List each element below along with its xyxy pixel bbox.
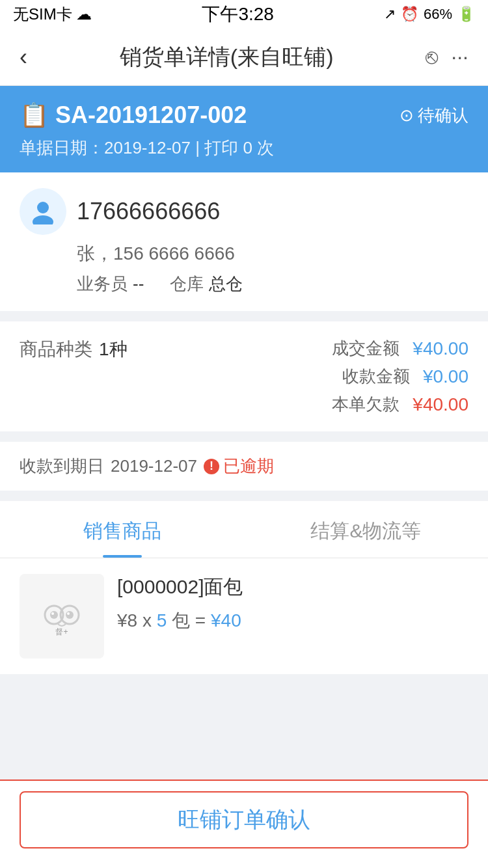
more-icon[interactable]: ··· [451, 45, 468, 69]
due-date: 2019-12-07 [111, 456, 197, 476]
due-date-section: 收款到期日 2019-12-07 ! 已逾期 [0, 442, 488, 491]
svg-text:督+: 督+ [55, 627, 68, 636]
price-multiply: x [142, 610, 157, 631]
svg-point-6 [51, 612, 54, 615]
tab-settlement[interactable]: 结算&物流等 [244, 501, 488, 558]
back-button[interactable]: ‹ [20, 44, 27, 71]
order-date: 单据日期：2019-12-07 | 打印 0 次 [20, 137, 468, 159]
status-right: ↗ ⏰ 66% 🔋 [384, 6, 475, 23]
overdue-badge: ! 已逾期 [204, 455, 274, 478]
owed-value: ¥40.00 [413, 394, 468, 415]
product-type-value: 1种 [99, 337, 128, 362]
quantity: 5 [157, 610, 167, 631]
unit: 包 [172, 610, 190, 631]
status-time: 下午3:28 [202, 2, 274, 27]
order-status: ⊙ 待确认 [400, 104, 468, 127]
battery-status: 66% [424, 6, 452, 23]
alarm-icon: ⏰ [401, 6, 418, 23]
page-title: 销货单详情(来自旺铺) [120, 42, 334, 72]
avatar [20, 188, 66, 235]
product-thumbnail: 督+ [20, 574, 104, 658]
received-value: ¥0.00 [423, 366, 468, 387]
svg-point-7 [67, 612, 70, 615]
nav-actions: ⎋ ··· [426, 45, 468, 69]
confirm-button-wrapper: 旺铺订单确认 [0, 780, 488, 868]
salesperson-value: -- [133, 274, 144, 294]
svg-point-5 [66, 611, 74, 619]
order-header: 📋 SA-20191207-002 ⊙ 待确认 单据日期：2019-12-07 … [0, 86, 488, 172]
order-icon: 📋 [20, 102, 49, 129]
product-name: [0000002]面包 [117, 574, 468, 601]
amounts: 成交金额 ¥40.00 收款金额 ¥0.00 本单欠款 ¥40.00 [332, 337, 468, 416]
customer-section: 17666666666 张，156 6666 6666 业务员 -- 仓库 总仓 [0, 172, 488, 311]
amount-value: ¥40.00 [413, 338, 468, 359]
tabs-bar: 销售商品 结算&物流等 [0, 501, 488, 558]
product-price: ¥8 x 5 包 = ¥40 [117, 608, 468, 633]
svg-point-1 [33, 215, 53, 224]
owed-label: 本单欠款 [332, 393, 400, 416]
warehouse-value: 总仓 [209, 273, 243, 295]
warehouse-label: 仓库 [170, 273, 204, 295]
product-type-label: 商品种类 [20, 337, 92, 362]
overdue-dot-icon: ! [204, 459, 219, 474]
clock-icon: ⊙ [400, 105, 414, 126]
nav-bar: ‹ 销货单详情(来自旺铺) ⎋ ··· [0, 29, 488, 86]
share-icon[interactable]: ⎋ [426, 45, 438, 69]
tab-sales-products[interactable]: 销售商品 [0, 501, 244, 558]
salesperson-label: 业务员 [77, 273, 128, 295]
due-label: 收款到期日 [20, 455, 104, 478]
order-id: 📋 SA-20191207-002 [20, 102, 247, 129]
status-bar: 无SIM卡 ☁ 下午3:28 ↗ ⏰ 66% 🔋 [0, 0, 488, 29]
sim-status: 无SIM卡 ☁ [13, 4, 92, 25]
product-section: 督+ [0000002]面包 ¥8 x 5 包 = ¥40 [0, 558, 488, 674]
battery-icon: 🔋 [457, 6, 475, 23]
overdue-text: 已逾期 [223, 455, 274, 478]
received-label: 收款金额 [342, 365, 410, 388]
customer-info: 业务员 -- 仓库 总仓 [20, 273, 468, 295]
svg-point-4 [50, 611, 58, 619]
status-left: 无SIM卡 ☁ [13, 4, 92, 25]
price-equals: = [195, 610, 211, 631]
customer-name: 张，156 6666 6666 [20, 241, 468, 266]
customer-phone: 17666666666 [77, 198, 220, 225]
confirm-order-button[interactable]: 旺铺订单确认 [20, 791, 468, 848]
total-price: ¥40 [211, 610, 241, 631]
amount-label: 成交金额 [332, 337, 400, 360]
price-per-unit: ¥8 [117, 610, 137, 631]
summary-section: 商品种类 1种 成交金额 ¥40.00 收款金额 ¥0.00 本单欠款 ¥40.… [0, 321, 488, 431]
product-info: [0000002]面包 ¥8 x 5 包 = ¥40 [117, 574, 468, 633]
svg-point-0 [37, 202, 49, 213]
product-item: 督+ [0000002]面包 ¥8 x 5 包 = ¥40 [0, 558, 488, 674]
location-icon: ↗ [384, 6, 396, 23]
